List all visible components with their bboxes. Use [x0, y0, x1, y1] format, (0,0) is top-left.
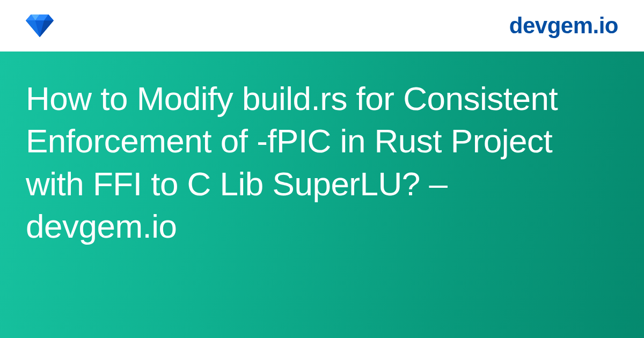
- header-bar: devgem.io: [0, 0, 644, 52]
- brand-wordmark: devgem.io: [509, 13, 618, 39]
- og-card: devgem.io How to Modify build.rs for Con…: [0, 0, 644, 338]
- hero-panel: How to Modify build.rs for Consistent En…: [0, 52, 644, 338]
- page-title: How to Modify build.rs for Consistent En…: [26, 77, 584, 247]
- gem-logo-icon: [26, 14, 54, 38]
